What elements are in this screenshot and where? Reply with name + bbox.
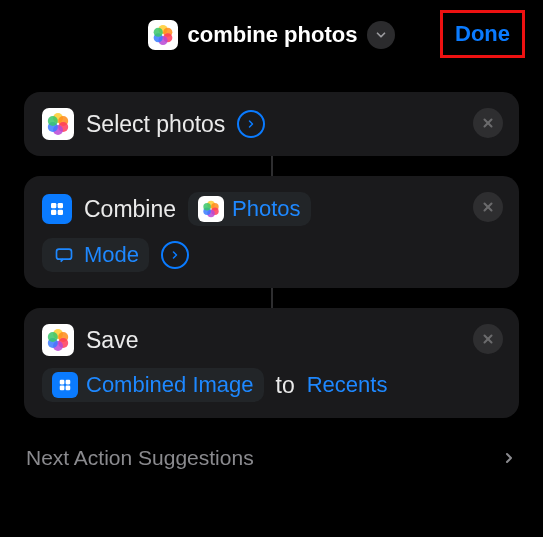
variable-pill-photos[interactable]: Photos	[188, 192, 311, 226]
option-pill-mode[interactable]: Mode	[42, 238, 149, 272]
photos-app-icon	[198, 196, 224, 222]
next-action-suggestions-row[interactable]: Next Action Suggestions	[0, 418, 543, 470]
action-label: Save	[86, 327, 138, 354]
variable-name: Photos	[232, 196, 301, 222]
svg-point-23	[203, 203, 211, 211]
photos-app-icon	[148, 20, 178, 50]
svg-rect-34	[66, 380, 71, 385]
svg-point-32	[48, 332, 58, 342]
action-connector	[271, 288, 273, 308]
delete-action-button[interactable]	[473, 324, 503, 354]
shortcut-title: combine photos	[188, 22, 358, 48]
suggestions-label: Next Action Suggestions	[26, 446, 254, 470]
action-card-select-photos[interactable]: Select photos	[24, 92, 519, 156]
action-label: Combine	[84, 196, 176, 223]
variable-pill-combined-image[interactable]: Combined Image	[42, 368, 264, 402]
svg-rect-24	[57, 249, 72, 259]
photos-app-icon	[42, 324, 74, 356]
expand-icon[interactable]	[161, 241, 189, 269]
photos-app-icon	[42, 108, 74, 140]
delete-action-button[interactable]	[473, 108, 503, 138]
done-button-highlight: Done	[440, 10, 525, 58]
svg-rect-14	[51, 203, 56, 208]
svg-rect-17	[58, 210, 63, 215]
action-label: Select photos	[86, 111, 225, 138]
action-card-save[interactable]: Save Combined Image to Recents	[24, 308, 519, 418]
destination-value[interactable]: Recents	[307, 372, 388, 398]
action-connector	[271, 156, 273, 176]
join-word: to	[276, 372, 295, 399]
action-card-combine[interactable]: Combine Photos	[24, 176, 519, 288]
editor-header: combine photos Done	[0, 0, 543, 70]
svg-rect-16	[51, 210, 56, 215]
svg-rect-36	[66, 386, 71, 391]
variable-name: Combined Image	[86, 372, 254, 398]
message-icon	[52, 243, 76, 267]
svg-rect-35	[60, 386, 65, 391]
svg-point-5	[153, 28, 162, 37]
svg-point-11	[48, 116, 58, 126]
option-label: Mode	[84, 242, 139, 268]
actions-list: Select photos Combine	[0, 70, 543, 418]
header-title-group[interactable]: combine photos	[148, 20, 396, 50]
shortcuts-app-icon	[42, 194, 72, 224]
done-button[interactable]: Done	[455, 21, 510, 46]
svg-rect-15	[58, 203, 63, 208]
shortcuts-app-icon	[52, 372, 78, 398]
title-chevron-down-icon[interactable]	[367, 21, 395, 49]
delete-action-button[interactable]	[473, 192, 503, 222]
expand-icon[interactable]	[237, 110, 265, 138]
svg-rect-33	[60, 380, 65, 385]
chevron-right-icon	[501, 450, 517, 466]
